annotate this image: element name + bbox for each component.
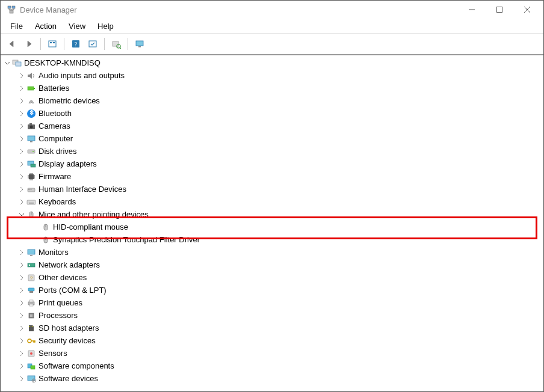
svg-rect-23 xyxy=(30,141,32,142)
port-icon xyxy=(26,286,36,295)
tree-category-processors[interactable]: Processors xyxy=(2,309,543,322)
expand-toggle[interactable] xyxy=(17,324,26,332)
monitor-button[interactable] xyxy=(132,36,147,52)
help-button[interactable]: ? xyxy=(68,36,84,52)
tree-category-batteries[interactable]: Batteries xyxy=(2,82,543,94)
tree-category-otherdevices[interactable]: ? Other devices xyxy=(2,271,543,284)
tree-label: Keyboards xyxy=(39,197,76,206)
tree-category-sdhost[interactable]: SD host adapters xyxy=(2,322,543,334)
tree-label: Software devices xyxy=(39,374,98,383)
expand-toggle[interactable] xyxy=(17,274,26,282)
svg-rect-42 xyxy=(30,255,32,256)
expand-toggle[interactable] xyxy=(17,375,26,383)
tree-label: Cameras xyxy=(39,121,70,130)
expand-toggle[interactable] xyxy=(17,362,26,370)
back-button[interactable] xyxy=(4,36,20,52)
svg-rect-22 xyxy=(28,136,35,141)
expand-toggle[interactable] xyxy=(17,185,26,194)
svg-rect-61 xyxy=(31,366,35,369)
hid-icon xyxy=(26,185,36,194)
battery-icon xyxy=(26,84,36,93)
tree-category-biometric[interactable]: Biometric devices xyxy=(2,94,543,107)
svg-point-20 xyxy=(30,125,33,128)
tree-label: Processors xyxy=(39,311,78,320)
expand-toggle[interactable] xyxy=(17,210,26,219)
tree-category-diskdrives[interactable]: Disk drives xyxy=(2,145,543,158)
close-button[interactable] xyxy=(513,1,541,19)
forward-button[interactable] xyxy=(21,36,37,52)
tree-category-computer[interactable]: Computer xyxy=(2,132,543,145)
svg-rect-29 xyxy=(28,188,35,192)
tree-category-networkadapters[interactable]: Network adapters xyxy=(2,259,543,271)
speaker-icon xyxy=(26,71,36,81)
expand-toggle[interactable] xyxy=(17,337,26,345)
svg-text:?: ? xyxy=(30,275,33,281)
tree-label: Computer xyxy=(39,134,73,143)
expand-spacer xyxy=(32,223,40,231)
svg-rect-27 xyxy=(31,164,36,167)
expand-toggle[interactable] xyxy=(17,135,26,143)
expand-toggle[interactable] xyxy=(17,349,26,358)
tree-item-hid-mouse[interactable]: HID-compliant mouse xyxy=(2,221,543,233)
tree-category-softwarecomponents[interactable]: Software components xyxy=(2,360,543,372)
svg-point-57 xyxy=(28,339,31,343)
expand-toggle[interactable] xyxy=(17,261,26,269)
expand-toggle[interactable] xyxy=(17,248,26,257)
tree-label: Ports (COM & LPT) xyxy=(39,286,107,295)
tree-category-keyboards[interactable]: Keyboards xyxy=(2,195,543,208)
tree-category-firmware[interactable]: Firmware xyxy=(2,170,543,183)
tree-category-mice[interactable]: Mice and other pointing devices xyxy=(2,208,543,221)
scan-hardware-button[interactable] xyxy=(108,36,124,52)
svg-rect-17 xyxy=(34,88,35,89)
tree-item-synaptics-touchpad[interactable]: Synaptics Precision Touchpad Filter Driv… xyxy=(2,233,543,246)
expand-toggle[interactable] xyxy=(17,84,26,93)
tree-category-ports[interactable]: Ports (COM & LPT) xyxy=(2,284,543,296)
minimize-button[interactable] xyxy=(458,1,486,19)
expand-toggle[interactable] xyxy=(17,311,26,320)
tree-label: Synaptics Precision Touchpad Filter Driv… xyxy=(53,235,200,244)
menu-file[interactable]: File xyxy=(4,20,29,32)
software-component-icon xyxy=(26,361,36,371)
svg-rect-13 xyxy=(138,46,141,47)
device-tree[interactable]: DESKTOP-KMNDISQ Audio inputs and outputs… xyxy=(1,55,543,391)
tree-category-bluetooth[interactable]: Bluetooth xyxy=(2,107,543,120)
tree-category-printqueues[interactable]: Print queues xyxy=(2,296,543,309)
expand-toggle[interactable] xyxy=(17,173,26,181)
tree-category-hid[interactable]: Human Interface Devices xyxy=(2,183,543,195)
expand-toggle[interactable] xyxy=(17,198,26,206)
tree-category-audio[interactable]: Audio inputs and outputs xyxy=(2,69,543,82)
expand-toggle[interactable] xyxy=(17,109,26,118)
expand-toggle[interactable] xyxy=(17,286,26,295)
show-hidden-button[interactable] xyxy=(45,36,60,52)
maximize-button[interactable] xyxy=(486,1,513,19)
expand-toggle[interactable] xyxy=(17,97,26,105)
expand-toggle[interactable] xyxy=(3,59,11,67)
menu-help[interactable]: Help xyxy=(91,20,120,32)
tree-root[interactable]: DESKTOP-KMNDISQ xyxy=(2,57,543,69)
tree-label: Monitors xyxy=(39,248,69,257)
tree-category-displayadapters[interactable]: Display adapters xyxy=(2,158,543,170)
tree-label: Display adapters xyxy=(39,159,97,168)
unknown-device-icon: ? xyxy=(26,273,36,283)
expand-toggle[interactable] xyxy=(17,160,26,168)
menu-view[interactable]: View xyxy=(63,20,91,32)
tree-category-softwaredevices[interactable]: Software devices xyxy=(2,372,543,385)
action-button[interactable] xyxy=(85,36,100,52)
expand-toggle[interactable] xyxy=(17,72,26,80)
tree-category-security[interactable]: Security devices xyxy=(2,334,543,347)
svg-rect-15 xyxy=(16,62,21,66)
expand-toggle[interactable] xyxy=(17,299,26,307)
expand-toggle[interactable] xyxy=(17,147,26,156)
svg-rect-47 xyxy=(28,288,34,291)
menu-action[interactable]: Action xyxy=(29,20,63,32)
bluetooth-icon xyxy=(26,109,36,118)
titlebar: Device Manager xyxy=(1,1,543,19)
tree-category-sensors[interactable]: Sensors xyxy=(2,347,543,360)
svg-rect-48 xyxy=(29,291,33,293)
tree-category-monitors[interactable]: Monitors xyxy=(2,246,543,259)
svg-rect-3 xyxy=(497,7,502,13)
content-area: DESKTOP-KMNDISQ Audio inputs and outputs… xyxy=(1,55,543,391)
tree-category-cameras[interactable]: Cameras xyxy=(2,120,543,132)
expand-toggle[interactable] xyxy=(17,122,26,130)
tree-label: Audio inputs and outputs xyxy=(39,71,125,80)
